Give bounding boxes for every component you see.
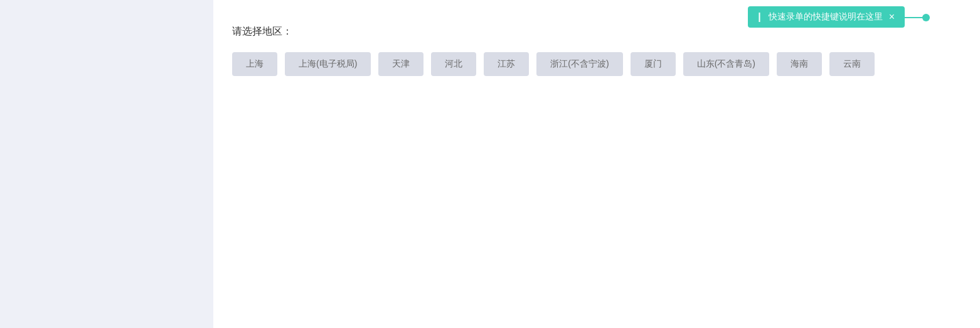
tooltip-close-button[interactable]: × [889,12,895,22]
region-btn-xiamen[interactable]: 厦门 [631,52,676,76]
region-btn-shanghai-etax[interactable]: 上海(电子税局) [285,52,371,76]
tooltip-connector-dot [922,14,930,21]
main-content: 请选择地区： 上海 上海(电子税局) 天津 河北 江苏 浙江(不含宁波) 厦门 … [213,0,980,328]
region-btn-shanghai[interactable]: 上海 [232,52,277,76]
region-btn-jiangsu[interactable]: 江苏 [484,52,529,76]
region-row-1: 上海 上海(电子税局) 天津 河北 江苏 浙江(不含宁波) 厦门 [232,52,676,76]
tooltip-text: 快速录单的快捷键说明在这里 [769,11,883,23]
region-btn-hainan[interactable]: 海南 [777,52,822,76]
region-btn-tianjin[interactable]: 天津 [378,52,423,76]
region-row-2: 山东(不含青岛) 海南 云南 [683,52,875,76]
region-btn-hebei[interactable]: 河北 [431,52,476,76]
region-btn-shandong[interactable]: 山东(不含青岛) [683,52,769,76]
region-btn-yunnan[interactable]: 云南 [829,52,875,76]
region-buttons: 上海 上海(电子税局) 天津 河北 江苏 浙江(不含宁波) 厦门 山东(不含青岛… [232,52,961,84]
region-btn-zhejiang[interactable]: 浙江(不含宁波) [536,52,622,76]
tooltip-banner: 快速录单的快捷键说明在这里 × [748,6,905,28]
sidebar [0,0,213,328]
